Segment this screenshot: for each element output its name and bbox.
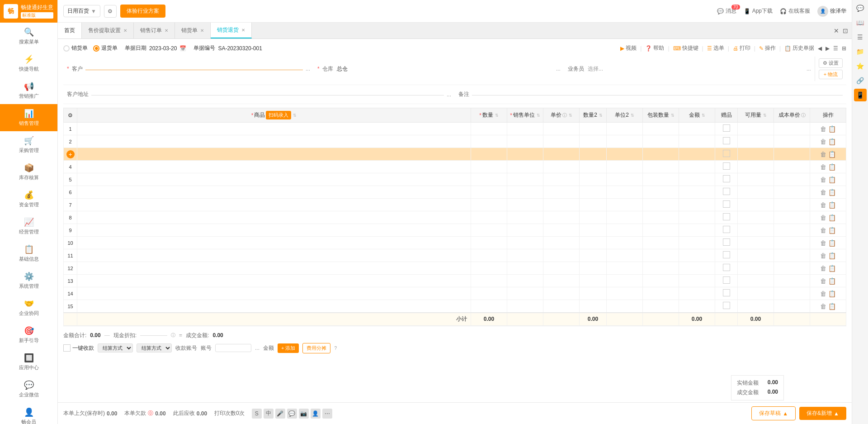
row15-cost[interactable] <box>774 300 810 313</box>
radio-return[interactable]: 退货单 <box>93 44 118 52</box>
tab-sale-return-close[interactable]: ✕ <box>241 28 245 33</box>
row2-qty[interactable] <box>471 135 507 148</box>
row15-unit2[interactable] <box>607 300 643 313</box>
row5-product[interactable] <box>77 173 471 186</box>
row4-price[interactable] <box>543 161 580 173</box>
row5-gift-check[interactable] <box>723 175 730 182</box>
row7-product[interactable] <box>77 199 471 211</box>
row10-product[interactable] <box>77 237 471 249</box>
row15-qty[interactable] <box>471 300 507 313</box>
row12-cost[interactable] <box>774 262 810 275</box>
row8-pack[interactable] <box>643 211 679 224</box>
topbar-settings-btn[interactable]: ⚙ <box>104 5 117 18</box>
row12-del[interactable]: 🗑 <box>820 265 826 272</box>
unit-sort-icon[interactable]: ⇅ <box>537 113 540 118</box>
summary-select[interactable]: 结算方式 <box>137 343 172 353</box>
row10-del[interactable]: 🗑 <box>820 239 826 247</box>
row9-del[interactable]: 🗑 <box>820 227 826 234</box>
staff-dots[interactable]: ... <box>807 66 811 72</box>
tab-sale-price-close[interactable]: ✕ <box>123 28 127 33</box>
row6-unit[interactable] <box>507 186 543 199</box>
row8-amount[interactable] <box>679 211 715 224</box>
row12-qty2[interactable] <box>580 262 607 275</box>
row3-qty[interactable] <box>471 148 507 161</box>
row10-qty2[interactable] <box>580 237 607 249</box>
split-btn[interactable]: 费用分摊 <box>302 343 330 353</box>
row15-qty2[interactable] <box>580 300 607 313</box>
sidebar-item-enterprise[interactable]: 🤝 企业协同 <box>0 294 57 321</box>
row15-pack[interactable] <box>643 300 679 313</box>
maximize-btn[interactable]: ⊡ <box>843 27 848 34</box>
row4-unit[interactable] <box>507 161 543 173</box>
tab-sale-out-close[interactable]: ✕ <box>200 28 204 33</box>
grid-view-btn[interactable]: ⊞ <box>842 45 846 52</box>
icon-mic[interactable]: 🎤 <box>275 409 285 419</box>
sidebar-item-finance[interactable]: 💰 资金管理 <box>0 186 57 213</box>
row8-del[interactable]: 🗑 <box>820 214 826 221</box>
row3-gift-check[interactable] <box>723 150 730 157</box>
address-input[interactable] <box>91 93 444 95</box>
row11-copy[interactable]: 📋 <box>828 252 836 259</box>
staff-input[interactable]: 选择... <box>587 64 804 74</box>
row14-product[interactable] <box>77 287 471 300</box>
row14-del[interactable]: 🗑 <box>820 290 826 297</box>
row8-price[interactable] <box>543 211 580 224</box>
row10-copy[interactable]: 📋 <box>828 239 836 247</box>
row13-price[interactable] <box>543 275 580 287</box>
stat-debt-circle[interactable]: ⓪ <box>148 410 153 417</box>
row2-price[interactable] <box>543 135 580 148</box>
account-dots[interactable]: ... <box>255 345 259 351</box>
discount-info-icon[interactable]: ⓘ <box>171 332 175 338</box>
row9-product[interactable] <box>77 224 471 237</box>
row11-pack[interactable] <box>643 249 679 262</box>
row4-gift-check[interactable] <box>723 162 730 170</box>
cost-info-icon[interactable]: ⓘ <box>801 112 806 119</box>
remark-input[interactable] <box>472 93 843 95</box>
row12-qty[interactable] <box>471 262 507 275</box>
tab-sale-order-close[interactable]: ✕ <box>165 28 168 33</box>
row6-del[interactable]: 🗑 <box>820 189 826 196</box>
row3-avail[interactable] <box>738 148 774 161</box>
row11-avail[interactable] <box>738 249 774 262</box>
row12-pack[interactable] <box>643 262 679 275</box>
unit2-sort-icon[interactable]: ⇅ <box>631 113 634 118</box>
qty2-sort-icon[interactable]: ⇅ <box>599 113 603 118</box>
row10-unit[interactable] <box>507 237 543 249</box>
row11-amount[interactable] <box>679 249 715 262</box>
right-panel-link[interactable]: 🔗 <box>854 74 867 87</box>
operate-btn[interactable]: ✎ 操作 <box>759 44 776 52</box>
row1-unit2[interactable] <box>607 123 643 135</box>
sidebar-item-system[interactable]: ⚙️ 系统管理 <box>0 267 57 294</box>
sidebar-item-basic[interactable]: 📋 基础信息 <box>0 240 57 267</box>
industry-select[interactable]: 日用百货 ▼ <box>63 5 100 17</box>
row13-pack[interactable] <box>643 275 679 287</box>
sidebar-item-apps[interactable]: 🔲 应用中心 <box>0 348 57 376</box>
tab-sale-order[interactable]: 销售订单 ✕ <box>134 23 175 38</box>
row7-copy[interactable]: 📋 <box>828 201 836 209</box>
row15-amount[interactable] <box>679 300 715 313</box>
row9-unit[interactable] <box>507 224 543 237</box>
row7-gift-check[interactable] <box>723 200 730 208</box>
product-sort-icon[interactable]: ⇅ <box>293 113 297 118</box>
row1-amount[interactable] <box>679 123 715 135</box>
pack-sort-icon[interactable]: ⇅ <box>671 113 675 118</box>
row13-copy[interactable]: 📋 <box>828 277 836 285</box>
row7-qty[interactable] <box>471 199 507 211</box>
row9-gift[interactable] <box>715 224 738 237</box>
row4-cost[interactable] <box>774 161 810 173</box>
row13-gift-check[interactable] <box>723 276 730 284</box>
row6-pack[interactable] <box>643 186 679 199</box>
tab-sale-price[interactable]: 售价提取设置 ✕ <box>82 23 134 38</box>
row2-amount[interactable] <box>679 135 715 148</box>
row13-qty2[interactable] <box>580 275 607 287</box>
row13-avail[interactable] <box>738 275 774 287</box>
help-btn[interactable]: ❓ 帮助 <box>645 44 664 52</box>
row8-gift[interactable] <box>715 211 738 224</box>
right-panel-scan[interactable]: 📱 <box>854 89 867 101</box>
row7-unit[interactable] <box>507 199 543 211</box>
row11-gift[interactable] <box>715 249 738 262</box>
row14-gift-check[interactable] <box>723 289 730 296</box>
row3-unit[interactable] <box>507 148 543 161</box>
sidebar-item-marketing[interactable]: 📢 营销推广 <box>0 77 57 104</box>
row9-qty[interactable] <box>471 224 507 237</box>
